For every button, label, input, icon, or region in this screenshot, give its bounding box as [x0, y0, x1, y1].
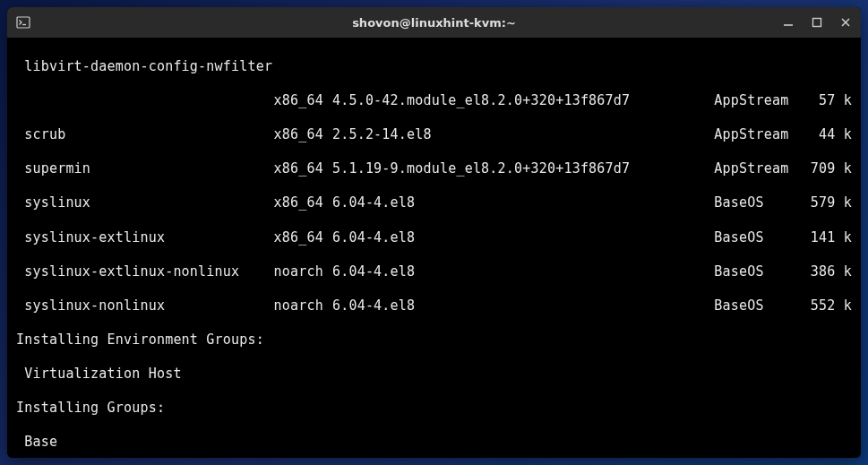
pkg-arch: x86_64 [274, 92, 332, 109]
pkg-arch: x86_64 [274, 160, 332, 177]
svg-rect-0 [17, 17, 30, 28]
package-row: syslinux-extlinux-nonlinuxnoarch6.04-4.e… [16, 263, 852, 280]
package-row: syslinux-extlinuxx86_646.04-4.el8BaseOS1… [16, 229, 852, 246]
env-groups-header: Installing Environment Groups: [16, 332, 852, 349]
minimize-button[interactable] [780, 14, 796, 30]
pkg-name: syslinux-extlinux-nonlinux [16, 263, 274, 280]
package-row: syslinux-nonlinuxnoarch6.04-4.el8BaseOS5… [16, 297, 852, 314]
close-button[interactable] [838, 14, 854, 30]
pkg-version: 6.04-4.el8 [332, 297, 714, 314]
pkg-repo: AppStream [714, 160, 803, 177]
pkg-name: syslinux-nonlinux [16, 297, 274, 314]
pkg-repo [714, 58, 803, 75]
pkg-repo: BaseOS [714, 297, 803, 314]
package-row: syslinuxx86_646.04-4.el8BaseOS579 k [16, 194, 852, 211]
window-title: shovon@linuxhint-kvm:~ [352, 16, 516, 30]
pkg-name: syslinux [16, 194, 274, 211]
package-row: x86_644.5.0-42.module_el8.2.0+320+13f867… [16, 92, 852, 109]
pkg-version: 6.04-4.el8 [332, 229, 714, 246]
pkg-arch: x86_64 [274, 194, 332, 211]
pkg-size: 57 k [803, 92, 852, 109]
pkg-name: syslinux-extlinux [16, 229, 274, 246]
pkg-size: 44 k [803, 126, 852, 143]
pkg-arch: x86_64 [274, 229, 332, 246]
pkg-size: 141 k [803, 229, 852, 246]
pkg-version: 6.04-4.el8 [332, 263, 714, 280]
pkg-name: libvirt-daemon-config-nwfilter [16, 58, 274, 75]
pkg-name: supermin [16, 160, 274, 177]
pkg-version: 2.5.2-14.el8 [332, 126, 714, 143]
group-item: Base [16, 434, 852, 451]
pkg-version: 5.1.19-9.module_el8.2.0+320+13f867d7 [332, 160, 714, 177]
titlebar: shovon@linuxhint-kvm:~ [7, 7, 861, 38]
pkg-size [803, 58, 852, 75]
pkg-arch: noarch [274, 297, 332, 314]
package-row: libvirt-daemon-config-nwfilter [16, 58, 852, 75]
maximize-button[interactable] [809, 14, 825, 30]
pkg-arch: noarch [274, 263, 332, 280]
env-group-item: Virtualization Host [16, 366, 852, 383]
svg-rect-3 [813, 19, 821, 27]
pkg-size: 552 k [803, 297, 852, 314]
pkg-repo: AppStream [714, 92, 803, 109]
package-row: superminx86_645.1.19-9.module_el8.2.0+32… [16, 160, 852, 177]
pkg-repo: BaseOS [714, 194, 803, 211]
terminal-icon [14, 13, 32, 31]
terminal-output[interactable]: libvirt-daemon-config-nwfilter x86_644.5… [7, 38, 861, 458]
pkg-version: 6.04-4.el8 [332, 194, 714, 211]
window-controls [780, 14, 854, 30]
groups-header: Installing Groups: [16, 400, 852, 417]
pkg-size: 709 k [803, 160, 852, 177]
pkg-repo: BaseOS [714, 229, 803, 246]
pkg-version [332, 58, 714, 75]
pkg-repo: BaseOS [714, 263, 803, 280]
pkg-size: 579 k [803, 194, 852, 211]
package-row: scrubx86_642.5.2-14.el8AppStream44 k [16, 126, 852, 143]
pkg-arch: x86_64 [274, 126, 332, 143]
pkg-name: scrub [16, 126, 274, 143]
pkg-arch [274, 58, 332, 75]
pkg-repo: AppStream [714, 126, 803, 143]
terminal-window: shovon@linuxhint-kvm:~ libvirt-daemon-co… [7, 7, 861, 458]
pkg-version: 4.5.0-42.module_el8.2.0+320+13f867d7 [332, 92, 714, 109]
pkg-name [16, 92, 274, 109]
pkg-size: 386 k [803, 263, 852, 280]
